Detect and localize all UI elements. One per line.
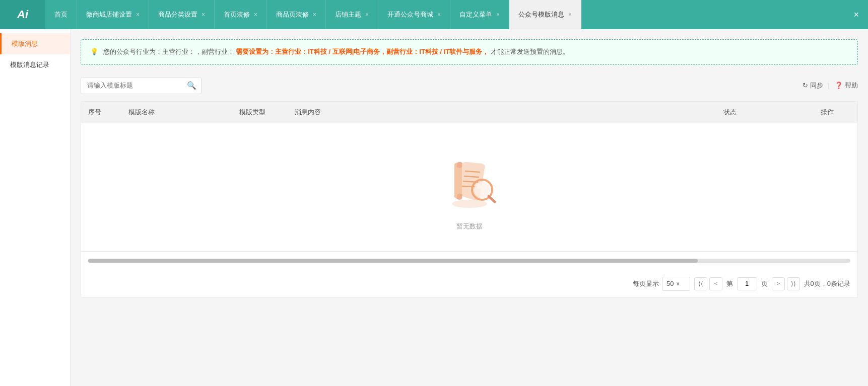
nav-tab-template-msg[interactable]: 公众号模版消息 × <box>509 0 581 29</box>
nav-tabs: 首页 微商城店铺设置 × 商品分类设置 × 首页装修 × 商品页装修 × 店铺主… <box>45 0 844 29</box>
search-button[interactable]: 🔍 <box>187 81 196 90</box>
content-area: 💡 您的公众号行业为：主营行业：，副营行业： 需要设置为：主营行业：IT科技 /… <box>71 29 868 386</box>
th-content: 消息内容 <box>288 102 716 123</box>
last-page-button[interactable]: ⟩⟩ <box>787 277 800 290</box>
data-table: 序号 模版名称 模版类型 消息内容 状态 操作 <box>81 101 858 297</box>
close-tab-shop-setting[interactable]: × <box>136 11 140 18</box>
close-tab-product-decor[interactable]: × <box>313 11 316 18</box>
pagination: 每页显示 50 ∨ ⟨⟨ ＜ 第 页 ＞ ⟩⟩ 共0页，0条记录 <box>81 272 857 297</box>
search-input[interactable] <box>81 77 202 94</box>
chevron-down-icon: ∨ <box>676 281 680 286</box>
svg-point-6 <box>474 182 490 198</box>
help-icon: ❓ <box>835 82 843 89</box>
prev-page-button[interactable]: ＜ <box>709 277 722 290</box>
notice-icon: 💡 <box>90 48 98 55</box>
scrollbar-thumb[interactable] <box>88 259 698 263</box>
th-seq: 序号 <box>81 102 121 123</box>
main-layout: 模版消息 模版消息记录 💡 您的公众号行业为：主营行业：，副营行业： 需要设置为… <box>0 29 868 386</box>
sidebar: 模版消息 模版消息记录 <box>0 29 71 386</box>
help-button[interactable]: ❓ 帮助 <box>835 81 858 90</box>
page-size-dropdown[interactable]: 50 ∨ <box>662 277 690 291</box>
toolbar-right: ↻ 同步 | ❓ 帮助 <box>803 81 858 90</box>
scrollbar-area <box>81 251 857 272</box>
page-number-input[interactable] <box>737 277 757 290</box>
th-status: 状态 <box>716 102 797 123</box>
top-nav: Ai 首页 微商城店铺设置 × 商品分类设置 × 首页装修 × 商品页装修 × … <box>0 0 868 29</box>
nav-tab-custom-menu[interactable]: 自定义菜单 × <box>450 0 509 29</box>
close-tab-category-setting[interactable]: × <box>202 11 205 18</box>
page-total-info: 共0页，0条记录 <box>804 279 850 288</box>
th-action: 操作 <box>797 102 857 123</box>
notice-box: 💡 您的公众号行业为：主营行业：，副营行业： 需要设置为：主营行业：IT科技 /… <box>81 39 858 65</box>
svg-point-8 <box>477 184 482 189</box>
close-tab-shop-theme[interactable]: × <box>365 11 369 18</box>
search-bar: 🔍 ↻ 同步 | ❓ 帮助 <box>81 77 858 94</box>
nav-tab-home[interactable]: 首页 <box>45 0 77 29</box>
next-page-button[interactable]: ＞ <box>772 277 785 290</box>
nav-tab-shop-setting[interactable]: 微商城店铺设置 × <box>77 0 149 29</box>
sidebar-item-template-msg-log[interactable]: 模版消息记录 <box>0 54 70 75</box>
empty-state: 暂无数据 <box>81 123 857 251</box>
close-tab-homepage-decor[interactable]: × <box>254 11 257 18</box>
svg-line-7 <box>489 196 495 202</box>
horizontal-scrollbar[interactable] <box>88 259 850 263</box>
nav-tab-shop-theme[interactable]: 店铺主题 × <box>326 0 378 29</box>
sync-icon: ↻ <box>803 82 808 89</box>
search-input-wrap: 🔍 <box>81 77 202 94</box>
close-tab-open-mall[interactable]: × <box>437 11 441 18</box>
svg-line-4 <box>462 186 477 187</box>
close-tab-custom-menu[interactable]: × <box>496 11 500 18</box>
close-all-tabs[interactable]: × <box>844 0 868 29</box>
sidebar-item-template-msg[interactable]: 模版消息 <box>0 33 70 54</box>
app-logo: Ai <box>0 0 45 29</box>
th-name: 模版名称 <box>121 102 232 123</box>
first-page-button[interactable]: ⟨⟨ <box>694 277 707 290</box>
nav-tab-homepage-decor[interactable]: 首页装修 × <box>215 0 267 29</box>
th-type: 模版类型 <box>232 102 288 123</box>
nav-tab-category-setting[interactable]: 商品分类设置 × <box>149 0 215 29</box>
nav-tab-product-decor[interactable]: 商品页装修 × <box>267 0 326 29</box>
sync-button[interactable]: ↻ 同步 <box>803 81 823 90</box>
empty-text: 暂无数据 <box>456 222 483 231</box>
empty-icon <box>439 153 500 214</box>
toolbar-divider: | <box>828 82 830 89</box>
table-header: 序号 模版名称 模版类型 消息内容 状态 操作 <box>81 102 857 123</box>
close-tab-template-msg[interactable]: × <box>568 11 572 18</box>
page-size-select: 每页显示 50 ∨ <box>633 277 690 291</box>
nav-tab-open-mall[interactable]: 开通公众号商城 × <box>378 0 450 29</box>
page-nav: ⟨⟨ ＜ 第 页 ＞ ⟩⟩ <box>694 277 800 290</box>
svg-point-0 <box>452 200 487 208</box>
